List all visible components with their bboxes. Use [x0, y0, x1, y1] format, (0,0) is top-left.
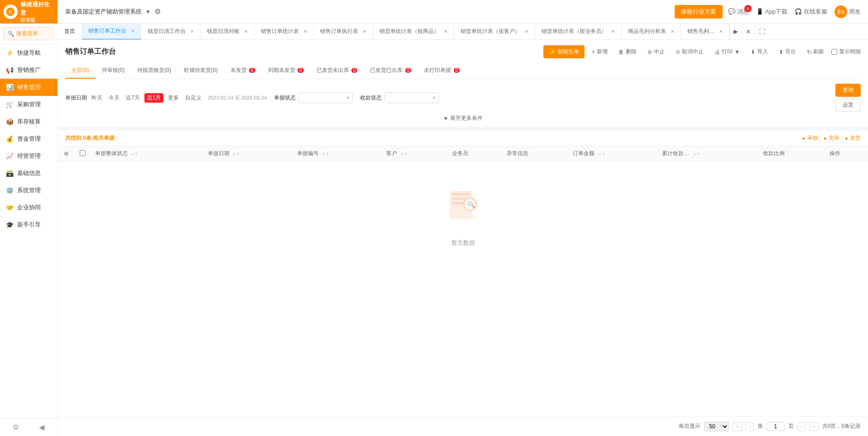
tab-close-all-button[interactable]: ✕ — [742, 24, 755, 40]
online-service-button[interactable]: 🎧 在线客服 — [795, 8, 827, 16]
tab-fullscreen-button[interactable]: ⛶ — [755, 24, 769, 40]
sidebar-item-system[interactable]: ⚙️ 系统管理 — [0, 182, 58, 199]
settings-gear-button[interactable]: ⚙ — [5, 423, 27, 431]
tab-close-cash-daily[interactable]: ✕ — [190, 29, 194, 34]
payment-select[interactable] — [384, 92, 439, 103]
tab-close-sales-staff[interactable]: ✕ — [611, 29, 615, 34]
query-button[interactable]: 查询 — [835, 84, 861, 97]
tab-scroll-right-button[interactable]: ▶ — [729, 24, 742, 40]
tab-sales-customer[interactable]: 销货单统计表（按客户） ✕ — [454, 24, 535, 40]
tab-sales-workbench[interactable]: 销售订单工作台 ✕ — [82, 24, 141, 40]
subtab-pending-review[interactable]: 待审核(0) — [96, 63, 131, 79]
system-dropdown-button[interactable]: ▼ — [145, 9, 151, 15]
detail-checkbox-input[interactable] — [831, 49, 837, 55]
tab-close-sales-exec[interactable]: ✕ — [363, 29, 366, 34]
export-button[interactable]: ⬆ 导出 — [775, 46, 800, 57]
sort-status-icon[interactable]: ▲▼ — [131, 152, 138, 156]
date-opt-1month[interactable]: 近1月 — [144, 93, 164, 103]
sidebar-item-finance[interactable]: 💰 资金管理 — [0, 130, 58, 147]
topbar-settings-button[interactable]: ⚙ — [154, 7, 161, 16]
tab-goods-margin[interactable]: 商品毛利分析表 ✕ — [622, 24, 681, 40]
subtab-shipped-out[interactable]: 已发货已出库 0 — [364, 63, 417, 79]
date-opt-yesterday[interactable]: 昨天 — [90, 93, 104, 103]
sidebar-item-inventory[interactable]: 📦 库存核算 — [0, 113, 58, 130]
print-button[interactable]: 🖨 打印 ▼ — [711, 46, 743, 57]
subtab-unprinted[interactable]: 未打印单据 0 — [417, 63, 466, 79]
sort-collected-icon[interactable]: ▲▼ — [693, 152, 700, 156]
subtab-pending-check[interactable]: 待拣货验货(0) — [131, 63, 177, 79]
date-opt-today[interactable]: 今天 — [107, 93, 121, 103]
tab-close-sales-product[interactable]: ✕ — [444, 29, 447, 34]
date-opt-more[interactable]: 更多 — [166, 93, 181, 103]
date-opt-custom[interactable]: 自定义 — [183, 93, 203, 103]
sidebar-item-quick-nav[interactable]: ⚡ 快捷导航 — [0, 44, 58, 62]
sort-number-icon[interactable]: ▲▼ — [322, 152, 329, 156]
message-button[interactable]: 💬 消息 6 — [728, 8, 749, 16]
table-scroll-area[interactable]: ⚙ 单据整体状态 ▲▼ 单据日期 ▲▼ — [58, 146, 868, 416]
import-button[interactable]: ⬇ 导入 — [747, 46, 772, 57]
sidebar-item-base-info[interactable]: 🗃️ 基础信息 — [0, 165, 58, 182]
tab-close-sales-workbench[interactable]: ✕ — [131, 28, 134, 33]
logo-area: 畅捷通好生意 标准版 — [0, 0, 58, 24]
tab-cash-reconcile[interactable]: 钱货日清对账 ✕ — [201, 24, 254, 40]
tab-close-sales-customer[interactable]: ✕ — [525, 29, 528, 34]
sidebar-bottom: ⚙ ◀ — [0, 418, 58, 436]
smart-order-button[interactable]: ✨ 智能生单 — [543, 45, 585, 58]
tab-close-sales-more[interactable]: ✕ — [719, 29, 723, 34]
audit-button[interactable]: ● 审核 — [802, 134, 818, 142]
table-area: 共找到 0条 相关单据 ● 审核 ● 充审 ● 发货 — [58, 131, 868, 416]
col-settings-icon[interactable]: ⚙ — [64, 151, 69, 157]
cancel-suspend-button[interactable]: ⊙ 取消中止 — [672, 46, 707, 57]
sidebar-item-operations[interactable]: 📈 经营管理 — [0, 147, 58, 165]
sort-amount-icon[interactable]: ▲▼ — [598, 152, 605, 156]
tab-close-goods-margin[interactable]: ✕ — [671, 29, 674, 34]
suspend-button[interactable]: ⊘ 中止 — [644, 46, 668, 57]
first-page-button[interactable]: « — [733, 422, 742, 431]
user-menu-button[interactable]: Ea 用友 — [834, 5, 861, 18]
delete-button[interactable]: 🗑 删除 — [615, 46, 640, 57]
sidebar-item-guide[interactable]: 🎓 新手引导 — [0, 216, 58, 233]
tab-sales-more[interactable]: 销售毛利… ✕ — [681, 24, 729, 40]
app-download-button[interactable]: 📱 App下载 — [756, 8, 787, 16]
subtab-all[interactable]: 全部(0) — [65, 63, 96, 79]
next-page-button[interactable]: › — [797, 422, 806, 431]
show-detail-checkbox[interactable]: 显示明细 — [831, 48, 861, 56]
ship-button[interactable]: ● 发货 — [845, 134, 861, 142]
sidebar-item-purchase[interactable]: 🛒 采购管理 — [0, 96, 58, 113]
subtab-expired-unshipped[interactable]: 到期未发货 0 — [262, 63, 310, 79]
ship-dot: ● — [845, 135, 848, 142]
page-size-select[interactable]: 50 10 20 100 — [704, 422, 729, 431]
tab-sales-product[interactable]: 销货单统计表（按商品） ✕ — [373, 24, 454, 40]
tab-close-cash-reconcile[interactable]: ✕ — [244, 29, 248, 34]
date-opt-7days[interactable]: 近7天 — [124, 93, 142, 103]
page-number-input[interactable] — [767, 422, 785, 431]
sidebar-item-sales[interactable]: 📊 销售管理 — [0, 79, 58, 96]
sidebar-item-marketing[interactable]: 📢 营销推广 — [0, 62, 58, 79]
sort-date-icon[interactable]: ▲▼ — [233, 152, 240, 156]
cancel-audit-button[interactable]: ● 充审 — [824, 134, 839, 142]
sidebar-search-area: 🔍 搜索菜单 — [0, 24, 58, 44]
tab-home[interactable]: 首页 — [58, 24, 82, 40]
subtab-shipped-not-in[interactable]: 已发货未出库 0 — [310, 63, 364, 79]
tab-cash-daily[interactable]: 钱货日清工作台 ✕ — [141, 24, 201, 40]
tab-sales-staff[interactable]: 销货单统计表（按业务员） ✕ — [535, 24, 622, 40]
status-select[interactable] — [298, 92, 353, 103]
table-header: ⚙ 单据整体状态 ▲▼ 单据日期 ▲▼ — [58, 146, 868, 161]
collapse-sidebar-button[interactable]: ◀ — [31, 423, 53, 431]
tab-sales-exec[interactable]: 销售订单执行表 ✕ — [314, 24, 373, 40]
tab-close-sales-stat[interactable]: ✕ — [303, 29, 307, 34]
filter-setting-button[interactable]: 设置 — [835, 99, 861, 112]
sidebar-item-cooperation[interactable]: 🤝 企业协同 — [0, 199, 58, 216]
refresh-button[interactable]: ↻ 刷新 — [803, 46, 828, 57]
prev-page-button[interactable]: ‹ — [746, 422, 754, 431]
last-page-button[interactable]: » — [809, 422, 819, 431]
industry-solution-button[interactable]: 体验行业方案 — [675, 5, 723, 19]
expand-filter-button[interactable]: ▼ 展开更多条件 — [443, 114, 483, 122]
sort-customer-icon[interactable]: ▲▼ — [400, 152, 408, 156]
subtab-not-shipped[interactable]: 未发货 0 — [224, 63, 262, 79]
add-button[interactable]: + 新增 — [588, 46, 611, 57]
subtab-wangpu-shipping[interactable]: 旺铺待发货(0) — [177, 63, 224, 79]
tab-sales-stat[interactable]: 销售订单统计表 ✕ — [254, 24, 314, 40]
select-all-checkbox[interactable] — [80, 150, 86, 156]
search-menu-button[interactable]: 🔍 搜索菜单 — [4, 27, 54, 40]
